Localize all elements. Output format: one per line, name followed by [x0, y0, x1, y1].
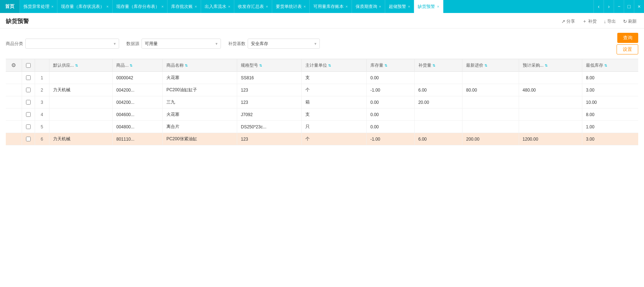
nav-tabs: 拣货异常处理×现存量（库存状况表）×现存量（库存分布表）×库存批次账×出入库流水…	[20, 0, 593, 13]
nav-tab-tab7[interactable]: 要货单统计表×	[272, 0, 310, 13]
table-row[interactable]: 10000042火花塞SS816支0.008.00	[6, 72, 638, 84]
replenish-base-filter: 补货基数 安全库存 ▾	[228, 39, 320, 49]
th-spec[interactable]: 规格型号 ⇅	[237, 59, 302, 72]
nav-tab-tab3[interactable]: 现存量（库存分布表）×	[113, 0, 167, 13]
nav-tab-label-tab6: 收发存汇总表	[238, 4, 264, 10]
cell-unit: 个	[302, 133, 367, 145]
nav-tab-close-tab9[interactable]: ×	[379, 4, 381, 9]
nav-right-arrow[interactable]: ›	[604, 0, 614, 13]
nav-tab-label-tab10: 超储预警	[389, 4, 406, 10]
row-checkbox[interactable]	[26, 112, 31, 117]
datasource-label: 数据源	[126, 41, 139, 47]
cell-product_name: PC200张紧油缸	[162, 133, 237, 145]
cell-stock_qty: 0.00	[366, 121, 414, 133]
cell-replenish_qty	[414, 109, 462, 121]
nav-left-arrow[interactable]: ‹	[593, 0, 604, 13]
nav-tab-close-tab6[interactable]: ×	[266, 4, 268, 9]
th-product-code[interactable]: 商品... ⇅	[113, 59, 163, 72]
nav-tab-close-tab2[interactable]: ×	[106, 4, 108, 9]
nav-tab-close-tab10[interactable]: ×	[408, 4, 410, 9]
cell-unit: 支	[302, 72, 367, 84]
cell-product_code: 004800...	[113, 121, 163, 133]
nav-tab-close-tab5[interactable]: ×	[228, 4, 230, 9]
table-row[interactable]: 3004200...三九123箱0.0020.0010.00	[6, 96, 638, 109]
nav-tab-close-tab8[interactable]: ×	[345, 4, 348, 9]
th-estimated-purchase[interactable]: 预计采购... ⇅	[519, 59, 582, 72]
refresh-button[interactable]: ↻ 刷新	[622, 18, 638, 25]
th-latest-price[interactable]: 最新进价 ⇅	[462, 59, 519, 72]
row-checkbox[interactable]	[26, 75, 31, 80]
nav-home[interactable]: 首页	[0, 0, 20, 13]
table-row[interactable]: 4004600...火花塞J7092支0.008.00	[6, 109, 638, 121]
nav-tab-tab1[interactable]: 拣货异常处理×	[20, 0, 57, 13]
cell-unit: 箱	[302, 96, 367, 109]
nav-tab-label-tab11: 缺货预警	[418, 4, 435, 10]
nav-tab-tab5[interactable]: 出入库流水×	[201, 0, 234, 13]
filter-actions: 查询 设置	[617, 33, 638, 54]
cell-product_code: 004200...	[113, 84, 163, 96]
th-estimated-purchase-label: 预计采购...	[523, 62, 544, 69]
top-nav: 首页 拣货异常处理×现存量（库存状况表）×现存量（库存分布表）×库存批次账×出入…	[0, 0, 644, 13]
share-icon: ↗	[561, 19, 565, 24]
cell-product_name: 三九	[162, 96, 237, 109]
header-actions: ↗ 分享 ＋ 补货 ↓ 导出 ↻ 刷新	[560, 17, 639, 25]
cell-product_name: 火花塞	[162, 109, 237, 121]
th-unit-sort-icon: ⇅	[328, 63, 331, 67]
table-row[interactable]: 2力天机械004200...PC200油缸缸子123个-1.006.0080.0…	[6, 84, 638, 96]
nav-tab-tab4[interactable]: 库存批次账×	[167, 0, 201, 13]
nav-tab-close-tab7[interactable]: ×	[304, 4, 306, 9]
replenish-button[interactable]: ＋ 补货	[581, 17, 598, 25]
nav-tab-tab2[interactable]: 现存量（库存状况表）×	[57, 0, 112, 13]
row-checkbox[interactable]	[26, 124, 31, 129]
nav-tab-label-tab8: 可用量库存账本	[313, 4, 344, 10]
cell-spec: J7092	[237, 109, 302, 121]
nav-tab-close-tab4[interactable]: ×	[195, 4, 197, 9]
select-all-checkbox[interactable]	[26, 63, 31, 68]
th-min-stock[interactable]: 最低库存 ⇅	[582, 59, 638, 72]
th-stock-qty[interactable]: 库存量 ⇅	[366, 59, 414, 72]
window-minimize-btn[interactable]: －	[614, 0, 624, 13]
datasource-select[interactable]: 可用量 ▾	[142, 39, 221, 49]
nav-tab-tab6[interactable]: 收发存汇总表×	[234, 0, 272, 13]
filter-area: 商品分类 ▾ 数据源 可用量 ▾ 补货基数 安全库存 ▾ 查询 设置	[0, 28, 644, 59]
table-container: ⚙ 默认供应... ⇅	[0, 59, 644, 145]
nav-tab-tab8[interactable]: 可用量库存账本×	[310, 0, 352, 13]
page-content: 缺货预警 ↗ 分享 ＋ 补货 ↓ 导出 ↻ 刷新 商品分类	[0, 13, 644, 287]
nav-tab-close-tab3[interactable]: ×	[161, 4, 164, 9]
table-row[interactable]: 6力天机械801110...PC200张紧油缸123个-1.006.00200.…	[6, 133, 638, 145]
nav-tab-tab10[interactable]: 超储预警×	[385, 0, 414, 13]
cell-product_code: 0000042	[113, 72, 163, 84]
query-button[interactable]: 查询	[617, 33, 638, 43]
share-button[interactable]: ↗ 分享	[560, 18, 576, 25]
column-settings-gear-icon[interactable]: ⚙	[9, 62, 18, 69]
cell-default_supplier	[49, 96, 113, 109]
table-row[interactable]: 5004800...离合片DS250*23c...只0.001.00	[6, 121, 638, 133]
category-chevron-icon: ▾	[114, 41, 116, 46]
row-index: 6	[35, 133, 49, 145]
row-settings-cell	[6, 109, 22, 121]
export-button[interactable]: ↓ 导出	[602, 18, 618, 25]
cell-product_name: PC200油缸缸子	[162, 84, 237, 96]
row-checkbox[interactable]	[26, 100, 31, 105]
row-checkbox[interactable]	[26, 137, 31, 141]
nav-tab-tab11[interactable]: 缺货预警×	[414, 0, 443, 13]
cell-default_supplier	[49, 121, 113, 133]
window-maximize-btn[interactable]: □	[624, 0, 634, 13]
cell-stock_qty: 0.00	[366, 72, 414, 84]
cell-unit: 只	[302, 121, 367, 133]
window-close-btn[interactable]: ×	[634, 0, 644, 13]
replenish-base-select[interactable]: 安全库存 ▾	[248, 39, 320, 49]
cell-estimated_purchase	[519, 96, 582, 109]
th-default-supplier[interactable]: 默认供应... ⇅	[49, 59, 113, 72]
nav-tab-tab9[interactable]: 保质期查询×	[352, 0, 385, 13]
setting-button[interactable]: 设置	[617, 44, 638, 54]
nav-tab-label-tab5: 出入库流水	[205, 4, 226, 10]
th-product-name[interactable]: 商品名称 ⇅	[162, 59, 237, 72]
th-unit[interactable]: 主计量单位 ⇅	[302, 59, 367, 72]
nav-tab-close-tab1[interactable]: ×	[51, 4, 53, 9]
category-select[interactable]: ▾	[25, 39, 119, 49]
nav-tab-close-tab11[interactable]: ×	[437, 4, 439, 9]
th-replenish-qty[interactable]: 补货量 ⇅	[414, 59, 462, 72]
row-checkbox[interactable]	[26, 88, 31, 92]
row-checkbox-cell	[22, 84, 35, 96]
